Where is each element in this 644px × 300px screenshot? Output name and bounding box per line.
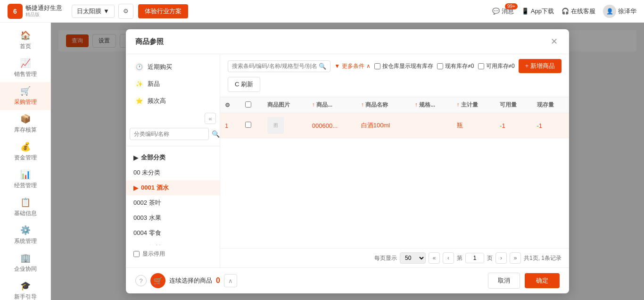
col-checkbox xyxy=(240,97,262,113)
warehouse-stock-checkbox[interactable] xyxy=(374,63,380,69)
stock-ne0-checkbox[interactable] xyxy=(437,63,443,69)
cart-icon: 🛒 xyxy=(150,273,165,288)
modal-header: 商品参照 ✕ xyxy=(126,29,569,54)
app-download-btn[interactable]: 📱 App下载 xyxy=(521,7,554,16)
sort-up-name-icon[interactable]: ↑ xyxy=(361,101,364,108)
sidebar-label-basics: 基础信息 xyxy=(14,209,37,217)
cat-0003-label: 0003 水果 xyxy=(133,214,161,222)
modal-body: 🕐 近期购买 ✨ 新品 ⭐ 频次高 « xyxy=(126,54,569,267)
username: 徐泽华 xyxy=(618,7,636,16)
sidebar-item-purchase[interactable]: 🛒 采购管理 xyxy=(0,82,50,110)
col-stock-label: 现存量 xyxy=(537,101,554,108)
logo-icon: 6 xyxy=(8,4,23,19)
sidebar-label-system: 系统管理 xyxy=(14,237,37,245)
cell-unit: 瓶 xyxy=(452,113,495,138)
collapse-footer-btn[interactable]: ∧ xyxy=(224,274,237,287)
col-spec-label: 规格... xyxy=(419,101,435,108)
sidebar-item-home[interactable]: 🏠 首页 xyxy=(0,26,50,54)
avail-ne0-checkbox[interactable] xyxy=(478,63,484,69)
cell-spec xyxy=(410,113,452,138)
category-search-input[interactable] xyxy=(130,128,209,140)
category-0001[interactable]: ▶ 0001 酒水 xyxy=(126,180,220,195)
dropdown-icon: ▼ xyxy=(103,8,109,15)
filter-label: 更多条件 xyxy=(342,62,364,70)
sidebar-item-sales[interactable]: 📈 销售管理 xyxy=(0,54,50,82)
sidebar-item-inventory[interactable]: 📦 库存核算 xyxy=(0,110,50,138)
sort-up-icon[interactable]: ↑ xyxy=(312,101,315,108)
show-disabled-row: 显示停用 xyxy=(126,245,220,263)
logo-text-block: 畅捷通好生意 精品版 xyxy=(25,4,62,18)
sidebar-item-operations[interactable]: 📊 经营管理 xyxy=(0,166,50,193)
modal-close-btn[interactable]: ✕ xyxy=(548,36,560,47)
cell-name: 白酒100ml xyxy=(356,113,410,138)
new-product-btn[interactable]: ✨ 新品 xyxy=(130,76,216,92)
last-page-btn[interactable]: » xyxy=(510,252,521,264)
avail-ne0-label[interactable]: 可用库存≠0 xyxy=(478,62,515,70)
online-service-btn[interactable]: 🎧 在线客服 xyxy=(561,7,595,16)
category-search-icon[interactable]: 🔍 xyxy=(212,130,220,138)
category-0004[interactable]: 0004 零食 xyxy=(126,225,220,241)
app-download-label: App下载 xyxy=(531,7,554,16)
select-all-checkbox[interactable] xyxy=(245,101,251,108)
sidebar-label-finance: 资金管理 xyxy=(14,154,37,162)
row-checkbox[interactable] xyxy=(245,122,251,128)
prev-page-btn[interactable]: ‹ xyxy=(443,252,454,264)
message-icon: 💬 xyxy=(492,8,500,15)
user-area[interactable]: 👤 徐泽华 xyxy=(603,5,636,18)
per-page-select[interactable]: 50 100 200 xyxy=(400,252,426,264)
sidebar-item-guide[interactable]: 🎓 新手引导 xyxy=(0,277,50,300)
refresh-btn[interactable]: C 刷新 xyxy=(228,77,260,92)
table-row[interactable]: 1 图 000600... 白酒100ml 瓶 xyxy=(220,113,569,138)
page-number-input[interactable] xyxy=(465,253,484,263)
search-wrap: 🔍 xyxy=(228,60,330,72)
show-disabled-checkbox[interactable] xyxy=(133,251,140,257)
first-page-btn[interactable]: « xyxy=(429,252,440,264)
home-icon: 🏠 xyxy=(20,30,31,41)
left-filter-panel: 🕐 近期购买 ✨ 新品 ⭐ 频次高 « xyxy=(126,54,220,267)
category-0002[interactable]: 0002 茶叶 xyxy=(126,195,220,210)
frequent-label: 频次高 xyxy=(148,97,166,105)
stock-ne0-text: 现有库存≠0 xyxy=(445,62,474,70)
collapse-panel-btn[interactable]: « xyxy=(205,113,216,124)
settings-icon-btn[interactable]: ⚙ xyxy=(118,4,133,19)
recent-purchase-btn[interactable]: 🕐 近期购买 xyxy=(130,59,216,75)
search-mag-icon[interactable]: 🔍 xyxy=(319,63,326,70)
confirm-btn[interactable]: 确定 xyxy=(525,273,560,288)
next-page-btn[interactable]: › xyxy=(495,252,507,264)
add-product-btn[interactable]: + 新增商品 xyxy=(519,59,561,73)
category-0003[interactable]: 0003 水果 xyxy=(126,210,220,225)
cat-00-label: 00 未分类 xyxy=(133,168,160,177)
product-reference-modal: 商品参照 ✕ 🕐 近期购买 ✨ 新 xyxy=(126,29,569,293)
category-0005[interactable]: 0005 饮料 xyxy=(126,241,220,245)
messages-btn[interactable]: 💬 消息 99+ xyxy=(492,7,514,16)
sidebar-label-collab: 企业协同 xyxy=(14,265,37,273)
col-settings[interactable]: ⚙ xyxy=(220,97,240,113)
mobile-icon: 📱 xyxy=(521,8,529,15)
per-page-label: 每页显示 xyxy=(374,254,397,262)
product-thumbnail: 图 xyxy=(267,117,284,134)
product-table-wrap: ⚙ 商品图片 ↑ 商品... ↑ xyxy=(220,97,569,248)
company-selector[interactable]: 日太阳膜 ▼ xyxy=(72,5,115,18)
sidebar-item-system[interactable]: ⚙️ 系统管理 xyxy=(0,221,50,249)
experience-btn[interactable]: 体验行业方案 xyxy=(138,4,188,18)
product-search-input[interactable] xyxy=(232,63,317,69)
selected-label: 连续选择的商品 xyxy=(169,276,212,285)
col-image-label: 商品图片 xyxy=(267,101,290,108)
cell-image: 图 xyxy=(263,113,307,138)
table-header-row: ⚙ 商品图片 ↑ 商品... ↑ xyxy=(220,97,569,113)
category-00[interactable]: 00 未分类 xyxy=(126,165,220,180)
sidebar-item-basics[interactable]: 📋 基础信息 xyxy=(0,193,50,221)
sort-up-spec-icon[interactable]: ↑ xyxy=(415,101,418,108)
footer-left: ? 🛒 连续选择的商品 0 ∧ xyxy=(135,273,237,288)
sort-up-unit-icon[interactable]: ↑ xyxy=(457,101,460,108)
recent-purchase-label: 近期购买 xyxy=(148,63,172,71)
more-filter-btn[interactable]: ▼ 更多条件 ∧ xyxy=(334,62,371,70)
stock-ne0-label[interactable]: 现有库存≠0 xyxy=(437,62,474,70)
sidebar-item-finance[interactable]: 💰 资金管理 xyxy=(0,138,50,166)
help-btn[interactable]: ? xyxy=(135,275,147,286)
cancel-btn[interactable]: 取消 xyxy=(488,273,520,289)
frequent-btn[interactable]: ⭐ 频次高 xyxy=(130,93,216,109)
sidebar-item-collab[interactable]: 🏢 企业协同 xyxy=(0,249,50,277)
warehouse-stock-label[interactable]: 按仓库显示现有库存 xyxy=(374,62,433,70)
category-all[interactable]: ▶ 全部分类 xyxy=(126,150,220,165)
